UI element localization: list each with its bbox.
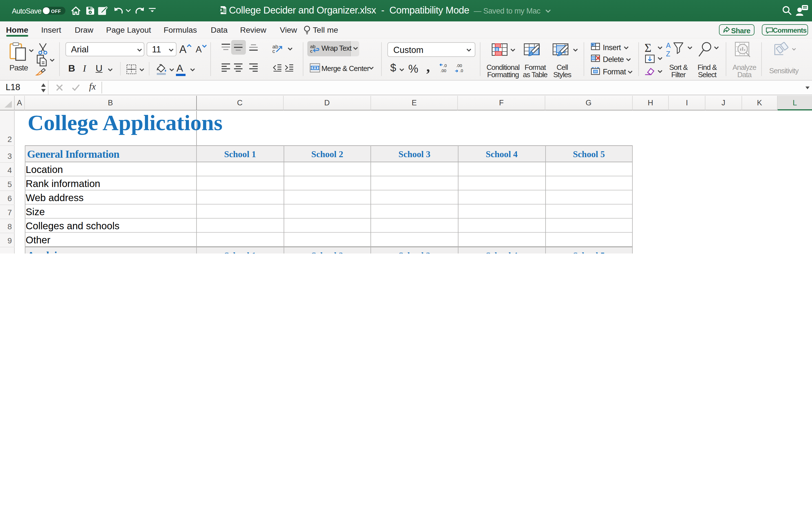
svg-text:Z: Z xyxy=(666,50,670,57)
svg-text:A: A xyxy=(666,41,671,49)
svg-text:c: c xyxy=(272,48,275,53)
svg-text:.0: .0 xyxy=(443,63,447,68)
svg-text:c: c xyxy=(310,48,313,53)
svg-text:.00: .00 xyxy=(456,63,462,68)
svg-text:.00: .00 xyxy=(441,68,446,72)
svg-text:X: X xyxy=(220,8,222,12)
svg-text:.0: .0 xyxy=(460,68,463,72)
